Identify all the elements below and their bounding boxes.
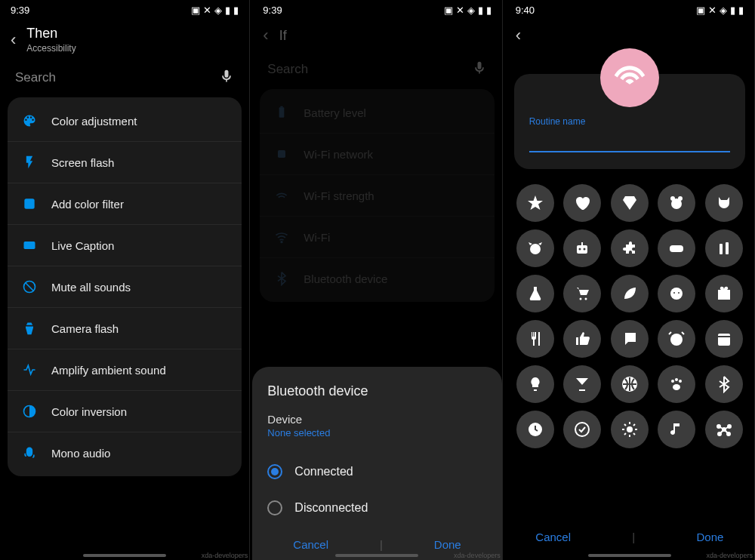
- status-bar: 9:39 ▣ ✕ ◈ ▮ ▮: [0, 0, 249, 20]
- svg-rect-23: [718, 292, 730, 300]
- nav-handle[interactable]: [83, 554, 166, 557]
- mic-icon[interactable]: [472, 60, 487, 78]
- list-item[interactable]: Battery level: [260, 92, 494, 134]
- cancel-button[interactable]: Cancel: [535, 531, 571, 543]
- back-button[interactable]: ‹: [11, 30, 16, 50]
- routine-avatar[interactable]: [600, 48, 659, 107]
- gamepad-icon[interactable]: [658, 229, 695, 267]
- svg-point-10: [671, 198, 682, 209]
- list-item[interactable]: Screen flash: [8, 142, 242, 183]
- heart-icon[interactable]: [563, 184, 601, 222]
- gift-icon[interactable]: [705, 275, 743, 312]
- thumbs-up-icon[interactable]: [563, 320, 601, 358]
- list-label: Color adjustment: [51, 115, 137, 128]
- check-circle-icon[interactable]: [563, 411, 601, 448]
- network-icon[interactable]: [705, 411, 743, 448]
- list-item[interactable]: Mono audio: [8, 432, 242, 473]
- divider: |: [380, 538, 383, 551]
- cat-icon[interactable]: [705, 184, 743, 222]
- cart-icon[interactable]: [563, 275, 601, 312]
- baby-icon[interactable]: [658, 275, 695, 312]
- vibrate-icon: ✕: [708, 5, 716, 16]
- nav-handle[interactable]: [335, 554, 418, 557]
- list-label: Camera flash: [51, 322, 119, 335]
- calendar-icon[interactable]: [705, 320, 743, 358]
- chat-icon[interactable]: [611, 320, 649, 358]
- radio-icon[interactable]: [267, 464, 282, 479]
- svg-rect-16: [720, 244, 723, 254]
- list-item[interactable]: Color inversion: [8, 391, 242, 432]
- page-title: If: [279, 28, 287, 44]
- bear-icon[interactable]: [658, 184, 695, 222]
- paw-icon[interactable]: [658, 365, 695, 403]
- list-item[interactable]: Wi-Fi strength: [260, 175, 494, 217]
- list-item[interactable]: Mute all sounds: [8, 266, 242, 308]
- bluetooth-icon[interactable]: [705, 365, 743, 403]
- basketball-icon[interactable]: [611, 365, 649, 403]
- cocktail-icon[interactable]: [563, 365, 601, 403]
- battery-icon: [273, 104, 290, 121]
- done-button[interactable]: Done: [696, 531, 723, 543]
- routine-name-input[interactable]: [529, 130, 730, 152]
- brightness-icon[interactable]: [611, 411, 649, 448]
- utensils-icon[interactable]: [516, 320, 554, 358]
- diamond-icon[interactable]: [611, 184, 649, 222]
- battery-status-icon: ▮: [738, 5, 744, 16]
- vibrate-icon: ✕: [456, 5, 464, 16]
- watermark: xda-developers: [202, 552, 248, 559]
- done-button[interactable]: Done: [434, 538, 461, 551]
- conditions-list: Battery levelWi-Fi networkWi-Fi strength…: [260, 89, 494, 302]
- amplify-icon: [21, 362, 38, 378]
- radio-disconnected[interactable]: Disconnected: [267, 490, 486, 526]
- leaf-icon[interactable]: [611, 275, 649, 312]
- vibrate-icon: ✕: [203, 5, 211, 16]
- list-label: Wi-Fi network: [304, 148, 373, 161]
- search-row[interactable]: [0, 61, 249, 97]
- clock-icon[interactable]: [516, 411, 554, 448]
- svg-point-11: [530, 244, 541, 254]
- mic-icon[interactable]: [219, 69, 234, 87]
- search-input[interactable]: [267, 62, 471, 77]
- music-note-icon[interactable]: [658, 411, 695, 448]
- cancel-button[interactable]: Cancel: [293, 538, 328, 551]
- list-item[interactable]: Wi-Fi: [260, 217, 494, 258]
- battery-status-icon: ▮: [233, 5, 239, 16]
- screen-routine-name: 9:40 ▣ ✕ ◈ ▮ ▮ ‹ Routine name Cancel | D…: [505, 0, 755, 560]
- list-item[interactable]: Wi-Fi network: [260, 134, 494, 175]
- nav-handle[interactable]: [588, 554, 671, 557]
- list-item[interactable]: Add color filter: [8, 183, 242, 225]
- list-item[interactable]: Camera flash: [8, 308, 242, 349]
- radio-icon[interactable]: [267, 500, 282, 515]
- list-item[interactable]: Color adjustment: [8, 100, 242, 142]
- svg-point-34: [627, 426, 633, 432]
- back-button[interactable]: ‹: [263, 26, 268, 45]
- svg-point-30: [679, 380, 682, 383]
- list-item[interactable]: Live Caption: [8, 225, 242, 266]
- nfc-icon: ▣: [696, 5, 705, 16]
- alarm-icon[interactable]: [658, 320, 695, 358]
- header: ‹ Then Accessibility: [0, 20, 249, 61]
- flask-icon[interactable]: [516, 275, 554, 312]
- search-row[interactable]: [252, 53, 501, 89]
- bottles-icon[interactable]: [705, 229, 743, 267]
- svg-rect-0: [24, 198, 34, 208]
- status-icons: ▣ ✕ ◈ ▮ ▮: [444, 5, 492, 16]
- robot-icon[interactable]: [563, 229, 601, 267]
- radio-label: Connected: [294, 465, 353, 478]
- radio-connected[interactable]: Connected: [267, 454, 486, 490]
- svg-point-29: [675, 378, 678, 381]
- star-icon[interactable]: [516, 184, 554, 222]
- puzzle-icon[interactable]: [611, 229, 649, 267]
- list-item[interactable]: Amplify ambient sound: [8, 349, 242, 391]
- actions-list: Color adjustmentScreen flashAdd color fi…: [8, 97, 242, 476]
- back-button[interactable]: ‹: [516, 26, 521, 45]
- dog-icon[interactable]: [516, 229, 554, 267]
- bulb-icon[interactable]: [516, 365, 554, 403]
- search-input[interactable]: [15, 70, 219, 85]
- device-value[interactable]: None selected: [267, 427, 486, 438]
- routine-name-label: Routine name: [529, 116, 730, 127]
- divider: |: [632, 531, 635, 543]
- list-label: Battery level: [304, 106, 366, 119]
- status-icons: ▣ ✕ ◈ ▮ ▮: [191, 5, 239, 16]
- list-item[interactable]: Bluetooth device: [260, 258, 494, 299]
